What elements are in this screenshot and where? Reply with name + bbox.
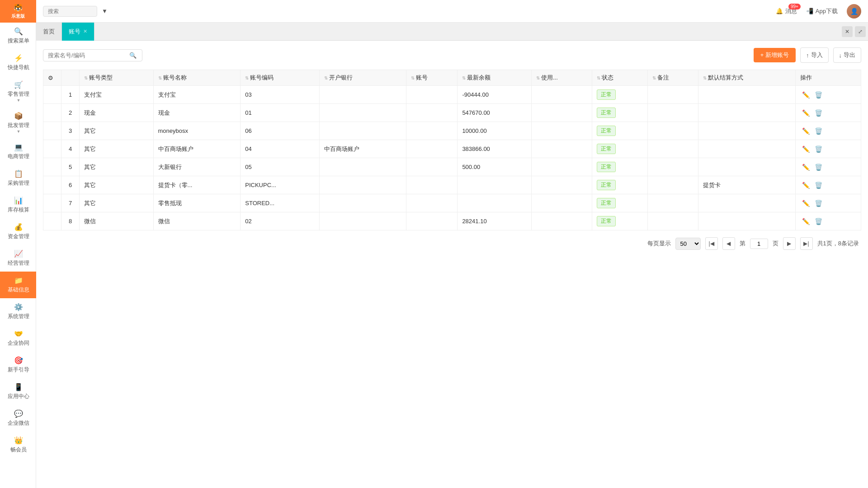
- top-header: ▼ 🔔 消息 99+ 📲 App下载 👤: [36, 0, 868, 23]
- sidebar-item-purchase[interactable]: 📋 采购管理: [0, 165, 36, 192]
- sidebar-item-finance[interactable]: 💰 资金管理: [0, 218, 36, 245]
- row-usage-2: [531, 122, 592, 140]
- row-remark-2: [647, 122, 698, 140]
- delete-button-1[interactable]: 🗑️: [813, 108, 824, 117]
- export-button[interactable]: ↓ 导出: [833, 47, 862, 63]
- col-settlement-header[interactable]: ⇅默认结算方式: [698, 70, 795, 86]
- sidebar-item-appcenter[interactable]: 📱 应用中心: [0, 378, 36, 405]
- sidebar-item-retail[interactable]: 🛒 零售管理 ▼: [0, 76, 36, 107]
- delete-button-2[interactable]: 🗑️: [813, 127, 824, 136]
- header-search-input[interactable]: [43, 6, 97, 17]
- row-bank-3: 中百商场账户: [319, 140, 406, 158]
- tab-maximize-button[interactable]: ⤢: [855, 26, 866, 37]
- tab-close-account[interactable]: ✕: [83, 28, 87, 34]
- import-icon: ↑: [806, 52, 809, 59]
- user-avatar[interactable]: 👤: [847, 4, 861, 19]
- col-usage-header[interactable]: ⇅使用...: [531, 70, 592, 86]
- delete-button-3[interactable]: 🗑️: [813, 145, 824, 154]
- row-bank-4: [319, 158, 406, 176]
- import-button[interactable]: ↑ 导入: [800, 47, 829, 63]
- sidebar-item-shortcut[interactable]: ⚡ 快捷导航: [0, 49, 36, 76]
- sidebar-item-system[interactable]: ⚙️ 系统管理: [0, 298, 36, 325]
- row-index-0: 1: [61, 86, 80, 104]
- page-number-input[interactable]: [750, 239, 768, 249]
- edit-button-1[interactable]: ✏️: [800, 108, 811, 117]
- col-account-header[interactable]: ⇅账号: [406, 70, 458, 86]
- edit-button-3[interactable]: ✏️: [800, 145, 811, 154]
- finance-icon: 💰: [14, 223, 23, 231]
- col-name-header[interactable]: ⇅账号名称: [153, 70, 241, 86]
- page-last-button[interactable]: ▶|: [800, 237, 813, 250]
- delete-button-0[interactable]: 🗑️: [813, 90, 824, 99]
- delete-button-6[interactable]: 🗑️: [813, 199, 824, 208]
- row-account-3: [406, 140, 458, 158]
- ecommerce-icon: 💻: [14, 143, 23, 151]
- page-next-button[interactable]: ▶: [783, 237, 796, 250]
- edit-button-0[interactable]: ✏️: [800, 90, 811, 99]
- row-settlement-4: [698, 158, 795, 176]
- table-row: 2 现金 现金 01 547670.00 正常 ✏️ 🗑️: [43, 104, 861, 122]
- tab-home[interactable]: 首页: [36, 23, 62, 41]
- col-status-header[interactable]: ⇅状态: [592, 70, 647, 86]
- row-actions-6: ✏️ 🗑️: [795, 194, 861, 212]
- row-index-1: 2: [61, 104, 80, 122]
- table-row: 3 其它 moneybosx 06 10000.00 正常 ✏️ 🗑️: [43, 122, 861, 140]
- header-dropdown[interactable]: ▼: [102, 8, 108, 14]
- col-code-header[interactable]: ⇅账号编码: [241, 70, 319, 86]
- edit-button-6[interactable]: ✏️: [800, 199, 811, 208]
- table-row: 7 其它 零售抵现 STORED... 正常 ✏️ 🗑️: [43, 194, 861, 212]
- row-bank-5: [319, 176, 406, 194]
- row-bank-7: [319, 212, 406, 230]
- col-type-header[interactable]: ⇅账号类型: [80, 70, 154, 86]
- edit-button-7[interactable]: ✏️: [800, 217, 811, 226]
- tab-account[interactable]: 账号 ✕: [62, 23, 94, 41]
- add-account-button[interactable]: + 新增账号: [754, 48, 796, 62]
- per-page-select[interactable]: 50 20 100: [675, 238, 701, 250]
- col-remark-header[interactable]: ⇅备注: [647, 70, 698, 86]
- search-menu-icon: 🔍: [14, 27, 23, 36]
- delete-button-5[interactable]: 🗑️: [813, 181, 824, 190]
- search-box[interactable]: 🔍: [43, 49, 142, 61]
- per-page-label: 每页显示: [647, 239, 671, 248]
- sidebar-item-wechat[interactable]: 💬 企业微信: [0, 405, 36, 432]
- sidebar-item-wholesale[interactable]: 📦 批发管理 ▼: [0, 107, 36, 138]
- row-status-4: 正常: [592, 158, 647, 176]
- sidebar-item-search[interactable]: 🔍 搜索菜单: [0, 23, 36, 49]
- account-search-input[interactable]: [48, 52, 129, 59]
- row-remark-5: [647, 176, 698, 194]
- row-settings-6: [43, 194, 61, 212]
- page-prev-button[interactable]: ◀: [722, 237, 735, 250]
- col-balance-header[interactable]: ⇅最新余额: [458, 70, 532, 86]
- app-download-button[interactable]: 📲 App下载: [806, 7, 838, 15]
- row-type-0: 支付宝: [80, 86, 154, 104]
- notice-button[interactable]: 🔔 消息 99+: [776, 7, 797, 15]
- page-first-button[interactable]: |◀: [705, 237, 718, 250]
- sidebar-item-contract[interactable]: 🤝 企业协同: [0, 325, 36, 352]
- sidebar-item-member[interactable]: 👑 畅会员: [0, 432, 36, 458]
- delete-button-4[interactable]: 🗑️: [813, 163, 824, 172]
- row-settlement-1: [698, 104, 795, 122]
- row-code-7: 02: [241, 212, 319, 230]
- tab-minimize-button[interactable]: ✕: [842, 26, 853, 37]
- edit-button-5[interactable]: ✏️: [800, 181, 811, 190]
- edit-button-4[interactable]: ✏️: [800, 163, 811, 172]
- row-type-7: 微信: [80, 212, 154, 230]
- col-bank-header[interactable]: ⇅开户银行: [319, 70, 406, 86]
- row-actions-4: ✏️ 🗑️: [795, 158, 861, 176]
- row-name-1: 现金: [153, 104, 241, 122]
- row-actions-1: ✏️ 🗑️: [795, 104, 861, 122]
- delete-button-7[interactable]: 🗑️: [813, 217, 824, 226]
- row-code-1: 01: [241, 104, 319, 122]
- notice-badge: 99+: [788, 4, 801, 9]
- sidebar-item-operation[interactable]: 📈 经营管理: [0, 245, 36, 272]
- sidebar-item-newbie[interactable]: 🎯 新手引导: [0, 352, 36, 378]
- gear-icon[interactable]: ⚙: [48, 75, 53, 81]
- sidebar-item-ecommerce[interactable]: 💻 电商管理: [0, 138, 36, 165]
- retail-arrow: ▼: [17, 98, 21, 103]
- row-type-3: 其它: [80, 140, 154, 158]
- sidebar-item-inventory[interactable]: 📊 库存核算: [0, 192, 36, 218]
- sidebar-item-basic[interactable]: 📁 基础信息: [0, 272, 36, 298]
- search-icon[interactable]: 🔍: [129, 52, 137, 59]
- edit-button-2[interactable]: ✏️: [800, 127, 811, 136]
- row-settings-5: [43, 176, 61, 194]
